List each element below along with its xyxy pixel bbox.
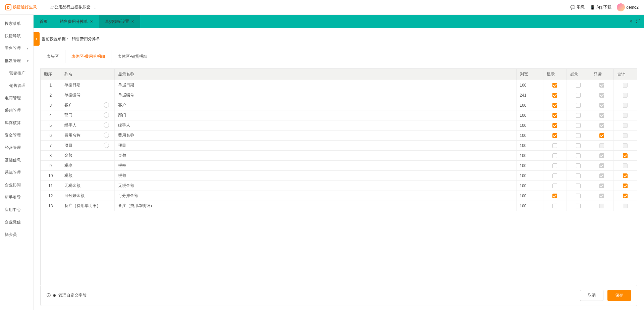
checkbox[interactable] [576, 194, 581, 198]
cancel-button[interactable]: 取消 [580, 290, 603, 301]
sidebar-item[interactable]: 资金管理 [0, 129, 33, 142]
cell-width[interactable]: 100 [516, 110, 543, 120]
sidebar-item[interactable]: 库存核算 [0, 117, 33, 129]
cell-width[interactable]: 241 [516, 90, 543, 100]
checkbox[interactable] [552, 103, 557, 108]
cell-show [543, 161, 567, 171]
cell-display-name[interactable]: 可分摊金额 [114, 191, 516, 201]
cell-width[interactable]: 100 [516, 161, 543, 171]
checkbox[interactable] [552, 173, 557, 178]
plus-icon[interactable]: + [104, 143, 109, 148]
checkbox[interactable] [552, 163, 557, 168]
checkbox[interactable] [576, 163, 581, 168]
sidebar-item[interactable]: 批发管理 [0, 55, 33, 67]
checkbox[interactable] [623, 194, 628, 198]
checkbox[interactable] [576, 143, 581, 148]
checkbox[interactable] [576, 123, 581, 128]
sidebar-item[interactable]: 快捷导航 [0, 30, 33, 42]
cell-width[interactable]: 100 [516, 120, 543, 131]
cell-width[interactable]: 100 [516, 191, 543, 201]
cell-display-name[interactable]: 无税金额 [114, 181, 516, 191]
checkbox[interactable] [623, 184, 628, 188]
sidebar-item[interactable]: 企业协同 [0, 179, 33, 191]
sidebar-item[interactable]: 新手引导 [0, 191, 33, 204]
checkbox[interactable] [552, 123, 557, 128]
cell-width[interactable]: 100 [516, 80, 543, 90]
sidebar-item[interactable]: 基础信息 [0, 154, 33, 166]
cell-width[interactable]: 100 [516, 181, 543, 191]
page-tab[interactable]: 销售费用分摊单✕ [54, 15, 99, 28]
cell-width[interactable]: 100 [516, 201, 543, 211]
sidebar-item[interactable]: 畅会员 [0, 228, 33, 241]
checkbox[interactable] [576, 113, 581, 118]
sidebar-item[interactable]: 企业微信 [0, 216, 33, 228]
section-tab[interactable]: 表头区 [40, 50, 65, 63]
close-icon[interactable]: ✕ [131, 19, 134, 24]
cell-display-name[interactable]: 金额 [114, 151, 516, 161]
checkbox[interactable] [552, 153, 557, 158]
cell-display-name[interactable]: 单据日期 [114, 80, 516, 90]
sidebar-subitem[interactable]: 营销推广 [0, 67, 33, 80]
sidebar-item[interactable]: 应用中心 [0, 204, 33, 216]
sidebar-item[interactable]: 经营管理 [0, 142, 33, 154]
sidebar-item[interactable]: 零售管理 [0, 42, 33, 55]
checkbox[interactable] [576, 103, 581, 108]
section-tab[interactable]: 表体区-费用单明细 [65, 50, 111, 63]
cell-width[interactable]: 100 [516, 171, 543, 181]
checkbox[interactable] [552, 184, 557, 188]
plus-icon[interactable]: + [104, 122, 109, 128]
cell-width[interactable]: 100 [516, 100, 543, 110]
cell-width[interactable]: 100 [516, 131, 543, 141]
sidebar-item[interactable]: 电商管理 [0, 92, 33, 104]
checkbox[interactable] [552, 143, 557, 148]
cell-display-name[interactable]: 部门 [114, 110, 516, 120]
plus-icon[interactable]: + [104, 102, 109, 108]
cell-width[interactable]: 100 [516, 141, 543, 151]
checkbox[interactable] [552, 133, 557, 138]
checkbox[interactable] [599, 133, 604, 138]
checkbox[interactable] [576, 173, 581, 178]
app-download-button[interactable]: 📱 App下载 [590, 4, 611, 10]
checkbox[interactable] [552, 83, 557, 88]
expand-handle-icon[interactable]: › [34, 32, 40, 46]
messages-button[interactable]: 💬 消息 [570, 4, 585, 10]
sidebar-item[interactable]: 采购管理 [0, 104, 33, 117]
cell-display-name[interactable]: 经手人 [114, 120, 516, 131]
cell-display-name[interactable]: 费用名称 [114, 131, 516, 141]
section-tab[interactable]: 表体区-销货明细 [111, 50, 154, 63]
close-icon[interactable]: ✕ [90, 19, 93, 24]
checkbox[interactable] [576, 204, 581, 208]
checkbox[interactable] [576, 153, 581, 158]
cell-display-name[interactable]: 税额 [114, 171, 516, 181]
user-menu[interactable]: demo2 [617, 3, 639, 11]
checkbox[interactable] [623, 153, 628, 158]
checkbox[interactable] [576, 93, 581, 98]
cell-display-name[interactable]: 税率 [114, 161, 516, 171]
cell-display-name[interactable]: 项目 [114, 141, 516, 151]
checkbox[interactable] [552, 93, 557, 98]
sidebar-subitem[interactable]: 销售管理 [0, 80, 33, 92]
save-button[interactable]: 保存 [607, 290, 631, 301]
cell-seq: 5 [41, 120, 61, 131]
sidebar-item[interactable]: 系统管理 [0, 166, 33, 179]
checkbox[interactable] [576, 184, 581, 188]
cell-display-name[interactable]: 备注（费用单明细） [114, 201, 516, 211]
page-tab[interactable]: 单据模板设置✕ [99, 15, 140, 28]
close-all-icon[interactable]: ✕ [629, 19, 633, 24]
cell-display-name[interactable]: 客户 [114, 100, 516, 110]
checkbox[interactable] [576, 133, 581, 138]
plus-icon[interactable]: + [104, 133, 109, 138]
checkbox[interactable] [623, 173, 628, 178]
checkbox[interactable] [576, 83, 581, 88]
checkbox[interactable] [552, 194, 557, 198]
sidebar-item[interactable]: 搜索菜单 [0, 17, 33, 30]
cell-display-name[interactable]: 单据编号 [114, 90, 516, 100]
cell-width[interactable]: 100 [516, 151, 543, 161]
fullscreen-icon[interactable]: ⛶ [636, 19, 640, 24]
checkbox[interactable] [552, 113, 557, 118]
checkbox[interactable] [552, 204, 557, 208]
account-select[interactable]: 办公用品行业模拟账套 ⌄ [50, 4, 97, 10]
plus-icon[interactable]: + [104, 112, 109, 118]
page-tab[interactable]: 首页 [34, 15, 54, 28]
manage-custom-fields-link[interactable]: ⓘ ⚙ 管理自定义字段 [47, 293, 87, 298]
